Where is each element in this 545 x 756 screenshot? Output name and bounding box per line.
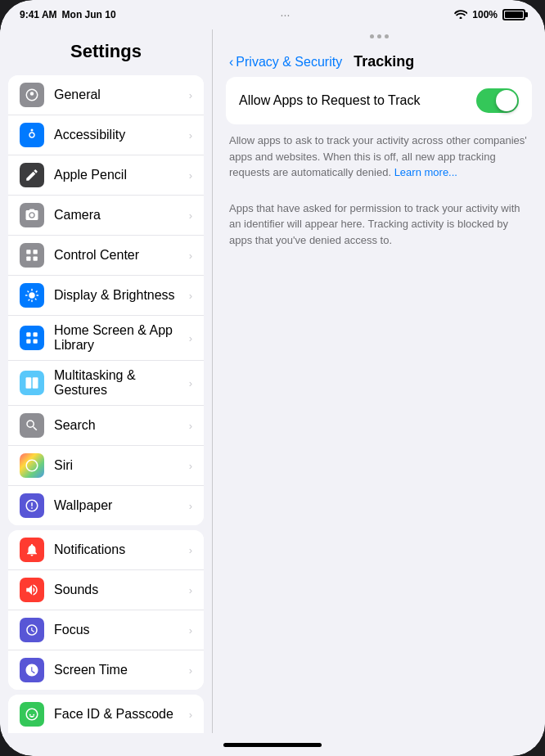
sidebar-item-control-center[interactable]: Control Center › [8, 236, 204, 276]
svg-rect-2 [34, 250, 38, 254]
sidebar-item-accessibility[interactable]: Accessibility › [8, 115, 204, 155]
svg-rect-8 [34, 340, 38, 344]
tracking-description-1: Allow apps to ask to track your activity… [226, 126, 532, 194]
sidebar-item-multitasking[interactable]: Multitasking & Gestures › [8, 361, 204, 406]
sidebar-item-home-screen[interactable]: Home Screen & App Library › [8, 316, 204, 361]
accessibility-chevron: › [189, 129, 192, 142]
sidebar-item-siri[interactable]: Siri › [8, 446, 204, 486]
display-icon [20, 283, 44, 308]
sidebar-item-display[interactable]: Display & Brightness › [8, 276, 204, 316]
status-bar-left: 9:41 AM Mon Jun 10 [20, 9, 116, 20]
time: 9:41 AM [20, 9, 57, 20]
control-center-icon [20, 243, 44, 268]
sounds-chevron: › [189, 584, 192, 596]
search-label: Search [54, 418, 179, 433]
wallpaper-icon [20, 493, 44, 518]
sidebar-item-wallpaper[interactable]: Wallpaper › [8, 486, 204, 525]
sidebar-item-notifications[interactable]: Notifications › [8, 530, 204, 570]
sidebar-item-focus[interactable]: Focus › [8, 610, 204, 650]
battery-label: 100% [472, 9, 498, 20]
screen-time-icon [20, 658, 44, 682]
face-id-chevron: › [189, 709, 192, 721]
notifications-chevron: › [189, 544, 192, 556]
sidebar-item-sounds[interactable]: Sounds › [8, 570, 204, 610]
battery-icon [502, 9, 525, 20]
settings-group-1: General › Accessibility › Apple Pencil › [8, 75, 204, 525]
camera-icon [20, 203, 44, 227]
detail-nav: ‹ Privacy & Security Tracking [213, 43, 545, 77]
sidebar-item-face-id[interactable]: Face ID & Passcode › [8, 695, 204, 733]
svg-rect-6 [34, 332, 38, 336]
display-label: Display & Brightness [54, 288, 179, 303]
home-screen-chevron: › [189, 332, 192, 344]
sounds-label: Sounds [54, 583, 179, 597]
svg-rect-7 [26, 340, 30, 344]
device-frame: 9:41 AM Mon Jun 10 ··· 100% Settings [0, 0, 545, 756]
general-chevron: › [189, 89, 192, 101]
dot1 [370, 34, 374, 38]
sidebar-item-general[interactable]: General › [8, 75, 204, 115]
siri-label: Siri [54, 458, 179, 473]
dot2 [377, 34, 381, 38]
toggle-label: Allow Apps to Request to Track [239, 93, 420, 108]
sounds-icon [20, 578, 44, 602]
notifications-label: Notifications [54, 542, 179, 557]
accessibility-label: Accessibility [54, 128, 179, 142]
search-icon [20, 413, 44, 438]
status-bar-right: 100% [454, 9, 525, 21]
tracking-description-2: Apps that have asked for permission to t… [226, 194, 532, 262]
home-screen-icon [20, 326, 44, 350]
focus-label: Focus [54, 623, 179, 637]
date: Mon Jun 10 [62, 9, 116, 20]
detail-dots [213, 29, 545, 43]
back-label: Privacy & Security [236, 55, 342, 70]
allow-tracking-card: Allow Apps to Request to Track [226, 77, 532, 124]
multitasking-icon [20, 371, 44, 395]
accessibility-icon [20, 123, 44, 147]
sidebar: Settings General › Accessibility › [0, 29, 213, 733]
svg-rect-4 [34, 257, 38, 261]
back-button[interactable]: ‹ Privacy & Security [229, 55, 342, 70]
search-chevron: › [189, 420, 192, 432]
detail-content: Allow Apps to Request to Track Allow app… [213, 77, 545, 733]
toggle-thumb [496, 90, 517, 111]
svg-rect-5 [26, 332, 30, 336]
notifications-icon [20, 538, 44, 562]
apple-pencil-chevron: › [189, 169, 192, 182]
home-screen-label: Home Screen & App Library [54, 323, 179, 353]
main-content: Settings General › Accessibility › [0, 29, 545, 733]
focus-icon [20, 618, 44, 642]
allow-tracking-toggle[interactable] [476, 88, 519, 113]
wallpaper-chevron: › [189, 500, 192, 512]
status-bar: 9:41 AM Mon Jun 10 ··· 100% [0, 0, 545, 29]
wifi-icon [454, 9, 467, 21]
multitasking-label: Multitasking & Gestures [54, 368, 179, 398]
general-icon [20, 83, 44, 107]
face-id-icon [20, 702, 44, 727]
sidebar-item-search[interactable]: Search › [8, 406, 204, 446]
apple-pencil-label: Apple Pencil [54, 168, 179, 182]
sidebar-item-apple-pencil[interactable]: Apple Pencil › [8, 155, 204, 196]
control-center-label: Control Center [54, 248, 179, 263]
home-indicator [0, 733, 545, 756]
screen-time-chevron: › [189, 664, 192, 677]
svg-point-0 [31, 129, 34, 132]
display-chevron: › [189, 290, 192, 302]
svg-rect-9 [26, 377, 32, 389]
back-chevron-icon: ‹ [229, 55, 233, 70]
sidebar-item-screen-time[interactable]: Screen Time › [8, 650, 204, 690]
apple-pencil-icon [20, 163, 44, 187]
svg-rect-10 [33, 377, 38, 389]
sidebar-item-camera[interactable]: Camera › [8, 196, 204, 236]
svg-rect-1 [26, 250, 30, 254]
wallpaper-label: Wallpaper [54, 498, 179, 513]
general-label: General [54, 88, 179, 102]
page-title: Tracking [354, 53, 414, 70]
dot3 [385, 34, 389, 38]
settings-group-3: Face ID & Passcode › Privacy & Security … [8, 695, 204, 733]
multitasking-chevron: › [189, 377, 192, 389]
detail-pane: ‹ Privacy & Security Tracking Allow Apps… [213, 29, 545, 733]
screen-time-label: Screen Time [54, 663, 179, 677]
learn-more-link[interactable]: Learn more... [394, 166, 457, 178]
siri-icon [20, 453, 44, 478]
